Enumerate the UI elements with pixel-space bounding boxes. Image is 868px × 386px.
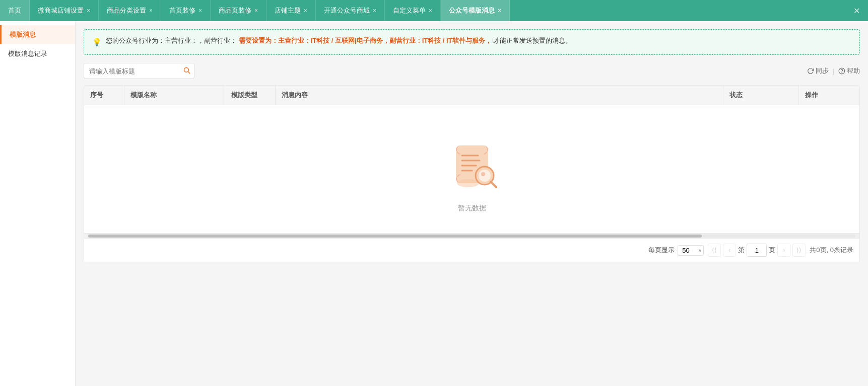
- th-action: 操作: [799, 86, 859, 105]
- close-tab-product-decor[interactable]: ×: [254, 7, 258, 14]
- close-tab-home-decor[interactable]: ×: [198, 7, 202, 14]
- scrollbar-thumb[interactable]: [88, 235, 702, 238]
- empty-state: 暂无数据: [84, 105, 859, 233]
- svg-point-10: [479, 170, 491, 182]
- th-name: 模版名称: [124, 86, 225, 105]
- svg-point-12: [481, 172, 485, 176]
- empty-illustration: [442, 135, 502, 196]
- tab-open-mall[interactable]: 开通公众号商城 ×: [316, 0, 385, 21]
- search-bar-right: 同步 | 帮助: [807, 66, 860, 75]
- horizontal-scrollbar[interactable]: [84, 233, 859, 238]
- tab-shop-setting[interactable]: 微商城店铺设置 ×: [30, 0, 99, 21]
- pagination: 每页显示 10 20 50 100 ⟨⟨ ‹ 第 页: [84, 238, 859, 262]
- next-page-button[interactable]: ›: [777, 244, 790, 257]
- th-seq: 序号: [84, 86, 124, 105]
- page-nav: ⟨⟨ ‹ 第 页 › ⟩⟩: [708, 244, 806, 257]
- last-page-button[interactable]: ⟩⟩: [792, 244, 806, 257]
- page-unit: 页: [769, 246, 775, 255]
- total-pages-text: 共0页, 0条记录: [810, 246, 853, 255]
- sidebar-item-template-msg[interactable]: 模版消息: [0, 25, 75, 44]
- tab-home[interactable]: 首页: [0, 0, 30, 21]
- search-input-wrap: [84, 63, 194, 79]
- tab-category-setting[interactable]: 商品分类设置 ×: [99, 0, 161, 21]
- notice-icon: 💡: [92, 36, 102, 48]
- page-size-select-wrap: 10 20 50 100: [678, 245, 704, 256]
- close-tab-shop-setting[interactable]: ×: [87, 7, 90, 14]
- tab-product-decor[interactable]: 商品页装修 ×: [211, 0, 266, 21]
- th-content: 消息内容: [276, 86, 723, 105]
- content-area: 💡 您的公众号行业为：主营行业：，副营行业： 需要设置为：主营行业：IT科技 /…: [76, 21, 868, 386]
- tab-bar: 首页 微商城店铺设置 × 商品分类设置 × 首页装修 × 商品页装修 × 店铺主…: [0, 0, 868, 21]
- scrollbar-track[interactable]: [88, 235, 855, 238]
- notice-box: 💡 您的公众号行业为：主营行业：，副营行业： 需要设置为：主营行业：IT科技 /…: [84, 29, 860, 55]
- page-size-select[interactable]: 10 20 50 100: [678, 245, 704, 256]
- close-tab-custom-menu[interactable]: ×: [429, 7, 432, 14]
- page-size-label: 每页显示: [648, 246, 675, 255]
- prev-page-button[interactable]: ‹: [723, 244, 736, 257]
- main-layout: 模版消息 模版消息记录 💡 您的公众号行业为：主营行业：，副营行业： 需要设置为…: [0, 21, 868, 386]
- close-tab-category-setting[interactable]: ×: [149, 7, 153, 14]
- sidebar: 模版消息 模版消息记录: [0, 21, 76, 386]
- tab-shop-theme[interactable]: 店铺主题 ×: [266, 0, 316, 21]
- tab-template-msg[interactable]: 公众号模版消息 ×: [441, 0, 510, 21]
- first-page-button[interactable]: ⟨⟨: [708, 244, 721, 257]
- close-tab-shop-theme[interactable]: ×: [304, 7, 307, 14]
- th-status: 状态: [723, 86, 799, 105]
- sidebar-item-template-log[interactable]: 模版消息记录: [0, 44, 75, 63]
- search-button[interactable]: [183, 66, 190, 75]
- svg-line-11: [491, 182, 496, 187]
- help-button[interactable]: 帮助: [838, 66, 860, 75]
- tab-custom-menu[interactable]: 自定义菜单 ×: [385, 0, 441, 21]
- tab-home-decor[interactable]: 首页装修 ×: [161, 0, 211, 21]
- th-type: 模版类型: [225, 86, 276, 105]
- close-all-tabs[interactable]: ✕: [845, 6, 868, 16]
- svg-line-1: [188, 71, 189, 73]
- sync-button[interactable]: 同步: [807, 66, 829, 75]
- page-label: 第: [738, 246, 745, 255]
- search-bar: 同步 | 帮助: [84, 63, 860, 79]
- page-number-input[interactable]: [747, 244, 767, 257]
- close-tab-open-mall[interactable]: ×: [373, 7, 376, 14]
- empty-text: 暂无数据: [458, 204, 486, 213]
- search-input[interactable]: [84, 63, 194, 79]
- notice-text: 您的公众号行业为：主营行业：，副营行业： 需要设置为：主营行业：IT科技 / 互…: [106, 36, 572, 46]
- divider: |: [833, 67, 834, 75]
- page-size-control: 每页显示 10 20 50 100: [648, 245, 704, 256]
- close-tab-template-msg[interactable]: ×: [498, 7, 501, 14]
- data-table: 序号 模版名称 模版类型 消息内容 状态 操作: [84, 85, 860, 262]
- table-header: 序号 模版名称 模版类型 消息内容 状态 操作: [84, 86, 859, 105]
